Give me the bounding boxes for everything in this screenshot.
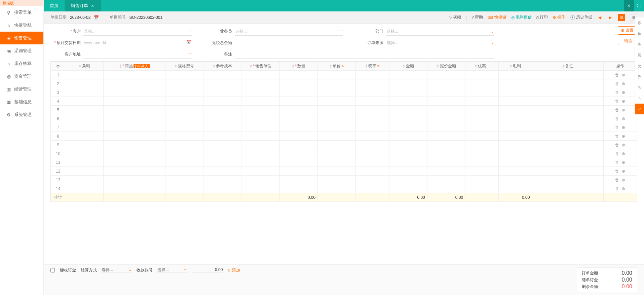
copy-row-icon[interactable]: ⊕	[622, 73, 625, 77]
copy-row-icon[interactable]: ⊕	[622, 186, 625, 191]
salesman-input[interactable]	[235, 27, 343, 36]
copy-row-icon[interactable]: ⊕	[622, 151, 625, 156]
copy-row-icon[interactable]: ⊕	[622, 178, 625, 182]
table-row[interactable]: 9🗑⊕	[51, 141, 637, 149]
delete-row-icon[interactable]: 🗑	[615, 116, 619, 121]
more-icon[interactable]: ⋯	[187, 51, 192, 57]
copy-row-icon[interactable]: ⊕	[622, 99, 625, 104]
rside-item-2[interactable]: 库	[635, 39, 644, 50]
more-icon[interactable]: ⋯	[339, 28, 343, 34]
sort-icon[interactable]: ▲▼	[329, 64, 332, 68]
copy-row-icon[interactable]: ⊕	[622, 116, 625, 121]
col-3[interactable]: ▲▼规格型号	[165, 62, 203, 71]
sort-icon[interactable]: ▲▼	[475, 64, 477, 68]
col-11[interactable]: ▲▼优惠...	[465, 62, 499, 71]
print-button[interactable]: ⎙ 打印	[536, 14, 548, 20]
rside-item-5[interactable]: 券	[635, 71, 644, 82]
sort-icon[interactable]: ▲▼	[175, 64, 177, 68]
table-row[interactable]: 8🗑⊕	[51, 132, 637, 141]
delete-row-icon[interactable]: 🗑	[615, 160, 619, 165]
delete-row-icon[interactable]: 🗑	[615, 178, 619, 182]
gear-icon[interactable]: ⚙	[56, 64, 60, 69]
copy-row-icon[interactable]: ⊕	[622, 143, 625, 147]
copy-row-icon[interactable]: ⊕	[622, 90, 625, 95]
col-1[interactable]: ▲▼条码	[65, 62, 103, 71]
next-doc-button[interactable]: ▶	[607, 15, 613, 20]
copy-row-icon[interactable]: ⊕	[622, 160, 625, 165]
copy-row-icon[interactable]: ⊕	[622, 81, 625, 86]
chevron-down-icon[interactable]: ⌄	[128, 267, 132, 272]
sort-icon[interactable]: ▲▼	[403, 64, 405, 68]
sidebar-item-system[interactable]: ⚙系统管理	[0, 108, 43, 121]
footer-amount[interactable]: 0.00	[192, 267, 223, 272]
delete-row-icon[interactable]: 🗑	[615, 143, 619, 147]
col-2[interactable]: ▲▼*商品扫码录入	[103, 62, 165, 71]
fullscreen-button[interactable]: ⛶	[634, 0, 644, 11]
table-row[interactable]: 3🗑⊕	[51, 88, 637, 97]
notax-input[interactable]	[235, 38, 343, 47]
col-13[interactable]: ▲▼备注	[532, 62, 603, 71]
table-row[interactable]: 11🗑⊕	[51, 158, 637, 167]
sort-icon[interactable]: ▲▼	[562, 64, 565, 68]
table-row[interactable]: 1🗑⊕	[51, 71, 637, 79]
view-form-button[interactable]: ☰	[618, 14, 625, 21]
col-14[interactable]: 操作	[603, 62, 637, 71]
remark-input[interactable]	[235, 50, 494, 59]
delete-row-icon[interactable]: 🗑	[615, 186, 619, 191]
edit-icon[interactable]: ✎	[341, 64, 344, 68]
delete-row-icon[interactable]: 🗑	[615, 125, 619, 130]
sidebar-item-money[interactable]: ◎资金管理	[0, 70, 43, 83]
delete-row-icon[interactable]: 🗑	[615, 73, 619, 77]
sidebar-item-search[interactable]: ⚲搜索菜单	[0, 6, 43, 19]
col-9[interactable]: ▲▼金额	[389, 62, 427, 71]
sidebar-item-cart[interactable]: 🛍采购管理	[0, 44, 43, 57]
doc-date-value[interactable]: 2023-06-02	[70, 15, 90, 20]
col-10[interactable]: ▲▼报价金额	[427, 62, 465, 71]
col-5[interactable]: ▲▼*销售单位	[241, 62, 279, 71]
tab-close-all-button[interactable]: ✕	[624, 0, 634, 11]
table-row[interactable]: 13🗑⊕	[51, 176, 637, 184]
scan-badge[interactable]: 扫码录入	[134, 64, 150, 68]
col-8[interactable]: ▲▼税率✎	[356, 62, 389, 71]
rside-item-6[interactable]: ✎	[635, 82, 644, 93]
sort-icon[interactable]: ▲▼	[437, 64, 439, 68]
edit-icon[interactable]: ✎	[377, 64, 380, 68]
sidebar-item-home[interactable]: ⌂快捷导航	[0, 19, 43, 32]
delete-row-icon[interactable]: 🗑	[615, 134, 619, 139]
copy-row-icon[interactable]: ⊕	[622, 125, 625, 130]
rside-item-0[interactable]: 客	[635, 17, 644, 28]
more-icon[interactable]: ⋯	[187, 28, 192, 34]
sort-icon[interactable]: ▲▼	[250, 64, 252, 68]
deliver-date-input[interactable]	[83, 38, 192, 47]
table-row[interactable]: 4🗑⊕	[51, 97, 637, 106]
table-row[interactable]: 12🗑⊕	[51, 167, 637, 176]
copy-row-icon[interactable]: ⊕	[622, 169, 625, 174]
table-row[interactable]: 5🗑⊕	[51, 106, 637, 114]
operate-button[interactable]: ⚙ 操作	[553, 14, 565, 20]
settings-button[interactable]: ⚙ 设置	[618, 26, 637, 35]
customer-input[interactable]	[83, 27, 192, 36]
rside-item-8[interactable]: ⤢	[635, 104, 644, 114]
acct-select[interactable]	[157, 267, 188, 272]
delete-row-icon[interactable]: 🗑	[615, 81, 619, 86]
col-4[interactable]: ▲▼参考成本	[203, 62, 241, 71]
close-icon[interactable]: ✕	[90, 3, 95, 8]
table-row[interactable]: 7🗑⊕	[51, 123, 637, 132]
tab-home[interactable]: 首页	[44, 0, 65, 11]
source-input[interactable]	[386, 38, 494, 47]
hotkey-button[interactable]: ⌨ 快捷键	[488, 14, 506, 20]
history-button[interactable]: 🕘 历史单据	[570, 14, 592, 20]
video-button[interactable]: ▷ 视频	[449, 14, 461, 20]
prev-doc-button[interactable]: ◀	[597, 15, 603, 20]
col-0[interactable]: ⚙	[51, 62, 65, 71]
sort-icon[interactable]: ▲▼	[119, 64, 122, 68]
delete-row-icon[interactable]: 🗑	[615, 108, 619, 112]
col-6[interactable]: ▲▼*数量	[279, 62, 317, 71]
calendar-icon[interactable]: 📅	[187, 40, 192, 44]
deposit-checkbox[interactable]: 一键收订金	[50, 267, 76, 273]
copy-row-icon[interactable]: ⊕	[622, 134, 625, 139]
sort-icon[interactable]: ▲▼	[79, 64, 81, 68]
sort-icon[interactable]: ▲▼	[292, 64, 295, 68]
help-button[interactable]: ? 帮助	[471, 14, 483, 20]
sidebar-item-sales[interactable]: ◈销售管理	[0, 32, 43, 44]
